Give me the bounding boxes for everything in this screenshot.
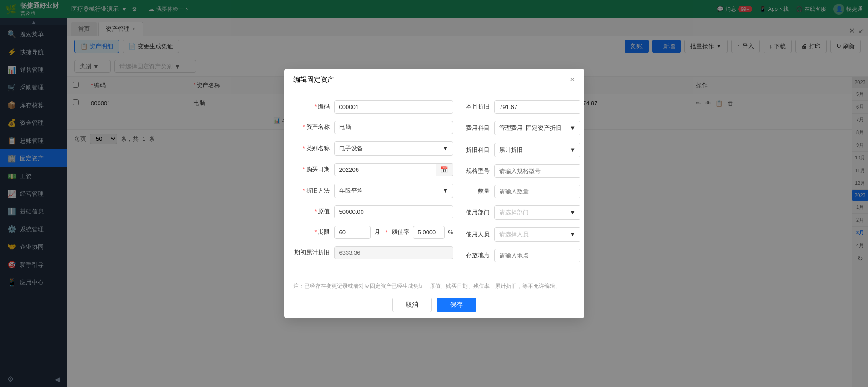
label-term: *期限 [293,228,334,236]
select-user-icon: ▼ [570,231,575,238]
label-method: *折旧方法 [293,187,334,195]
label-category: *类别名称 [293,144,334,153]
label-monthly-depr: 本月折旧 [453,103,494,111]
input-spec[interactable] [494,164,580,178]
dialog-note: 注：已经存在变更记录或者对应固定资产已经生成凭证，原值、购买日期、残值率、累计折… [284,278,584,291]
form-row-code: *编码 [293,100,454,114]
select-depr-value: 累计折旧 [499,146,523,154]
dialog-overlay: 编辑固定资产 × *编码 *资产名称 [0,0,868,387]
label-expense-account: 费用科目 [453,124,494,132]
save-button[interactable]: 保存 [437,298,476,312]
select-category-value: 电子设备 [339,144,363,153]
form-row-term: *期限 月 * 残值率 % [293,226,454,239]
input-initial-depr[interactable] [334,246,454,259]
input-location[interactable] [494,249,580,262]
select-department-placeholder: 请选择部门 [499,208,529,217]
form-row-expense-account: 费用科目 管理费用_固定资产折旧 ▼ [453,121,580,135]
form-row-spec: 规格型号 [453,164,580,178]
cancel-button[interactable]: 取消 [392,298,432,312]
form-row-initial-depr: 期初累计折旧 [293,246,454,259]
dialog-footer: 取消 保存 [284,291,584,318]
select-department-icon: ▼ [570,209,575,216]
form-row-quantity: 数量 [453,185,580,198]
label-department: 使用部门 [453,208,494,217]
dialog-left-col: *编码 *资产名称 *类别名称 电子设备 ▼ [293,100,454,269]
label-user: 使用人员 [453,230,494,238]
form-row-date: *购买日期 📅 [293,163,454,176]
form-row-category: *类别名称 电子设备 ▼ [293,141,454,156]
select-expense-value: 管理费用_固定资产折旧 [499,124,561,132]
input-original[interactable] [334,205,454,218]
label-initial-depr: 期初累计折旧 [293,248,334,257]
input-residual[interactable] [413,226,445,239]
edit-asset-dialog: 编辑固定资产 × *编码 *资产名称 [284,69,584,318]
label-original: *原值 [293,208,334,216]
form-row-monthly-depr: 本月折旧 [453,100,580,114]
dialog-close-icon[interactable]: × [570,75,575,84]
select-depr-icon: ▼ [570,146,575,153]
select-method-icon: ▼ [442,187,448,194]
form-row-department: 使用部门 请选择部门 ▼ [453,205,580,220]
label-code: *编码 [293,103,334,111]
form-row-user: 使用人员 请选择人员 ▼ [453,227,580,242]
form-row-original: *原值 [293,205,454,218]
residual-label: * [386,229,388,236]
label-name: *资产名称 [293,123,334,131]
dialog-two-col: *编码 *资产名称 *类别名称 电子设备 ▼ [293,100,575,269]
form-row-location: 存放地点 [453,249,580,262]
form-row-depr-account: 折旧科目 累计折旧 ▼ [453,143,580,157]
form-row-method: *折旧方法 年限平均 ▼ [293,184,454,198]
select-department[interactable]: 请选择部门 ▼ [494,205,580,220]
input-code[interactable] [334,100,454,114]
label-depr-account: 折旧科目 [453,146,494,154]
label-date: *购买日期 [293,165,334,174]
dialog-body: *编码 *资产名称 *类别名称 电子设备 ▼ [284,91,584,278]
input-term[interactable] [334,226,371,239]
dialog-title: 编辑固定资产 [293,75,334,84]
input-name[interactable] [334,121,454,134]
form-row-name: *资产名称 [293,121,454,134]
select-expense-icon: ▼ [570,124,575,131]
residual-rate-label: 残值率 [392,228,409,236]
term-group: 月 * 残值率 % [334,226,454,239]
select-user-placeholder: 请选择人员 [499,230,529,238]
select-depr-account[interactable]: 累计折旧 ▼ [494,143,580,157]
select-expense-account[interactable]: 管理费用_固定资产折旧 ▼ [494,121,580,135]
input-date-wrapper: 📅 [334,163,454,176]
date-picker-btn[interactable]: 📅 [436,163,453,176]
input-quantity[interactable] [494,185,580,198]
select-method[interactable]: 年限平均 ▼ [334,184,454,198]
label-location: 存放地点 [453,251,494,259]
input-monthly-depr[interactable] [494,100,580,114]
select-user[interactable]: 请选择人员 ▼ [494,227,580,242]
select-method-value: 年限平均 [339,187,363,195]
residual-unit: % [448,229,454,236]
select-category-icon: ▼ [442,145,448,152]
label-quantity: 数量 [453,187,494,195]
label-spec: 规格型号 [453,167,494,175]
dialog-right-col: 本月折旧 费用科目 管理费用_固定资产折旧 ▼ 折旧科目 [453,100,580,269]
select-category[interactable]: 电子设备 ▼ [334,141,454,156]
term-unit: 月 [374,228,380,236]
dialog-header: 编辑固定资产 × [284,69,584,91]
input-date[interactable] [334,163,436,176]
